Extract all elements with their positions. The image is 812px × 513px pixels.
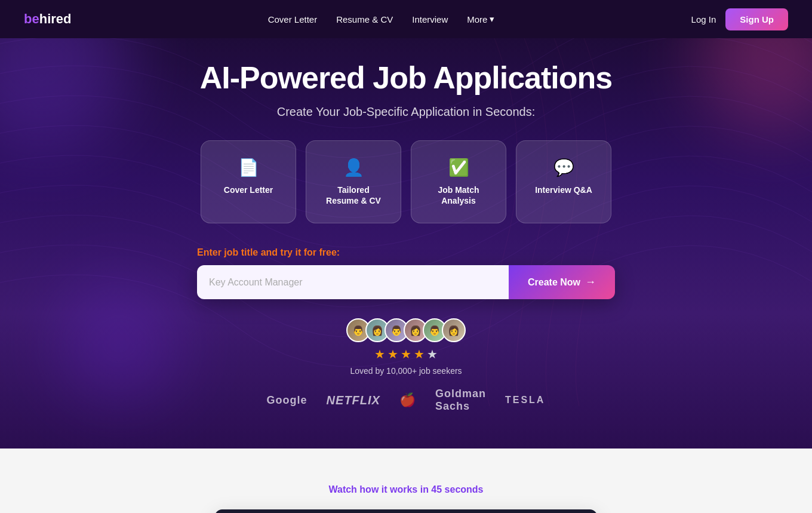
cover-letter-label: Cover Letter xyxy=(224,185,273,195)
feature-cards-row: 📄 Cover Letter 👤 Tailored Resume & CV ✅ … xyxy=(201,140,611,223)
star-5: ★ xyxy=(427,347,438,361)
job-match-label: Job Match Analysis xyxy=(426,185,491,206)
navbar: behired Cover Letter Resume & CV Intervi… xyxy=(0,0,812,38)
netflix-logo: NETFLIX xyxy=(327,394,380,407)
logo-hired: hired xyxy=(39,11,72,26)
job-title-input[interactable] xyxy=(197,265,509,299)
tailored-resume-icon: 👤 xyxy=(343,158,364,177)
apple-logo: 🍎 xyxy=(399,392,416,408)
star-2: ★ xyxy=(387,347,398,361)
company-logos-row: Google NETFLIX 🍎 GoldmanSachs TESLA xyxy=(267,388,546,413)
create-now-button[interactable]: Create Now → xyxy=(509,265,615,299)
feature-card-cover-letter[interactable]: 📄 Cover Letter xyxy=(201,140,296,223)
loved-text: Loved by 10,000+ job seekers xyxy=(350,366,462,376)
signup-button[interactable]: Sign Up xyxy=(725,8,788,30)
feature-card-tailored-resume[interactable]: 👤 Tailored Resume & CV xyxy=(306,140,401,223)
job-match-icon: ✅ xyxy=(448,158,469,177)
nav-cover-letter[interactable]: Cover Letter xyxy=(268,14,318,24)
cta-section: Enter job title and try it for free: Cre… xyxy=(197,247,615,299)
arrow-right-icon: → xyxy=(585,276,596,288)
login-button[interactable]: Log In xyxy=(691,14,716,24)
cta-label: Enter job title and try it for free: xyxy=(197,247,615,258)
stars-row: ★ ★ ★ ★ ★ xyxy=(374,347,438,361)
star-1: ★ xyxy=(374,347,385,361)
cover-letter-icon: 📄 xyxy=(238,158,259,177)
star-3: ★ xyxy=(401,347,411,361)
video-inner: bh Introduction to Behired - How to Crea… xyxy=(215,509,597,513)
hero-subtitle: Create Your Job-Specific Application in … xyxy=(277,105,536,119)
video-container: bh Introduction to Behired - How to Crea… xyxy=(215,509,597,513)
watch-link[interactable]: Watch how it works in 45 seconds xyxy=(328,484,483,494)
cta-input-row: Create Now → xyxy=(197,265,615,299)
hero-section: AI-Powered Job Applications Create Your … xyxy=(0,0,812,449)
chevron-down-icon xyxy=(490,14,494,24)
nav-interview[interactable]: Interview xyxy=(412,14,448,24)
google-logo: Google xyxy=(267,394,307,407)
cta-free-text: try it for free xyxy=(281,247,337,257)
tesla-logo: TESLA xyxy=(505,395,545,406)
avatar-6: 👩 xyxy=(442,318,466,342)
nav-right: Log In Sign Up xyxy=(691,8,788,30)
interview-qa-icon: 💬 xyxy=(553,158,574,177)
below-fold-section: Watch how it works in 45 seconds bh Intr… xyxy=(0,449,812,513)
social-proof: 👨 👩 👨 👩 👨 👩 ★ ★ ★ ★ ★ Loved by 10,000+ j… xyxy=(346,318,466,376)
nav-more[interactable]: More xyxy=(467,14,494,24)
feature-card-job-match[interactable]: ✅ Job Match Analysis xyxy=(411,140,506,223)
interview-qa-label: Interview Q&A xyxy=(535,185,592,195)
star-4: ★ xyxy=(414,347,425,361)
nav-resume-cv[interactable]: Resume & CV xyxy=(336,14,393,24)
logo-be: be xyxy=(24,11,39,26)
feature-card-interview-qa[interactable]: 💬 Interview Q&A xyxy=(516,140,611,223)
avatars-row: 👨 👩 👨 👩 👨 👩 xyxy=(346,318,466,342)
goldman-sachs-logo: GoldmanSachs xyxy=(435,388,486,413)
hero-title: AI-Powered Job Applications xyxy=(200,60,613,96)
logo[interactable]: behired xyxy=(24,11,71,27)
tailored-resume-label: Tailored Resume & CV xyxy=(321,185,386,206)
nav-links: Cover Letter Resume & CV Interview More xyxy=(268,14,495,24)
blob-3 xyxy=(60,281,179,401)
